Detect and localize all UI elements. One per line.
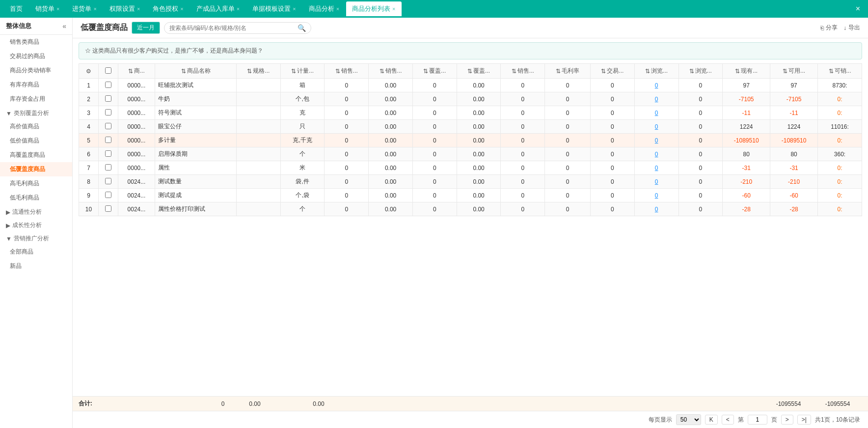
sidebar-item-high-margin[interactable]: 高毛利商品 (0, 176, 72, 191)
select-all-checkbox[interactable] (105, 67, 111, 74)
row-browse1[interactable]: 0 (634, 79, 678, 92)
sidebar-item-low-margin[interactable]: 低毛利商品 (0, 191, 72, 205)
sidebar-group-marketing[interactable]: ▼ 营销推广分析 (0, 231, 72, 245)
row-checkbox[interactable] (99, 120, 118, 134)
col-name[interactable]: ⇅商品名称 (155, 64, 237, 79)
row-select-checkbox[interactable] (105, 82, 111, 88)
row-select-checkbox[interactable] (105, 205, 111, 212)
tab-permission[interactable]: 权限设置 × (104, 1, 146, 16)
search-input[interactable] (169, 25, 296, 31)
col-saleable[interactable]: ⇅可销... (818, 64, 862, 79)
sidebar-group-category-coverage[interactable]: ▼ 类别覆盖分析 (0, 106, 72, 119)
tab-home[interactable]: 首页 (4, 1, 28, 16)
next-page-button[interactable]: > (781, 415, 793, 425)
close-all-tabs-button[interactable]: × (852, 2, 864, 15)
col-sale-qty[interactable]: ⇅销售... (325, 64, 369, 79)
col-trade[interactable]: ⇅交易... (591, 64, 635, 79)
row-browse1[interactable]: 0 (634, 106, 678, 120)
sidebar-item-all-goods[interactable]: 全部商品 (0, 245, 72, 259)
sidebar-item-sales-goods[interactable]: 销售类商品 (0, 35, 72, 49)
sidebar-item-high-value[interactable]: 高价值商品 (0, 119, 72, 134)
col-current-stock[interactable]: ⇅现有... (723, 64, 770, 79)
col-browse2[interactable]: ⇅浏览... (678, 64, 723, 79)
sidebar-item-category-turnover[interactable]: 商品分类动销率 (0, 63, 72, 78)
col-available[interactable]: ⇅可用... (770, 64, 818, 79)
tab-purchase[interactable]: 进货单 × (66, 1, 102, 16)
row-browse1[interactable]: 0 (634, 175, 678, 189)
close-icon[interactable]: × (180, 6, 183, 12)
col-cover1[interactable]: ⇅覆盖... (412, 64, 457, 79)
page-size-select[interactable]: 50 10 20 100 (676, 414, 701, 425)
row-browse1[interactable]: 0 (634, 161, 678, 175)
tab-sales[interactable]: 销货单 × (29, 1, 65, 16)
row-checkbox[interactable] (99, 175, 118, 189)
row-select-checkbox[interactable] (105, 109, 111, 115)
tab-product-in[interactable]: 产成品入库单 × (190, 1, 245, 16)
row-select-checkbox[interactable] (105, 164, 111, 171)
col-browse1[interactable]: ⇅浏览... (634, 64, 678, 79)
row-no: 5 (79, 134, 99, 147)
table-row: 2 0000... 牛奶 个,包 0 0.00 0 0.00 0 0 0 0 0… (79, 92, 862, 106)
row-browse1[interactable]: 0 (634, 202, 678, 216)
sidebar-item-traded-goods[interactable]: 交易过的商品 (0, 49, 72, 63)
sidebar-item-high-coverage[interactable]: 高覆盖度商品 (0, 148, 72, 162)
tab-role[interactable]: 角色授权 × (147, 1, 189, 16)
col-checkbox[interactable] (99, 64, 118, 79)
row-browse1[interactable]: 0 (634, 189, 678, 202)
row-browse1[interactable]: 0 (634, 147, 678, 161)
sidebar-item-low-coverage[interactable]: 低覆盖度商品 (0, 162, 72, 176)
col-sale-data[interactable]: ⇅销售... (501, 64, 545, 79)
tab-product-analysis-list[interactable]: 商品分析列表 × (346, 1, 401, 16)
row-checkbox[interactable] (99, 134, 118, 147)
close-icon[interactable]: × (56, 6, 59, 12)
first-page-button[interactable]: K (705, 415, 718, 425)
row-sale-amount: 0.00 (369, 161, 413, 175)
col-sale-amount[interactable]: ⇅销售... (369, 64, 413, 79)
col-code[interactable]: ⇅商... (118, 64, 155, 79)
row-checkbox[interactable] (99, 189, 118, 202)
prev-page-button[interactable]: < (722, 415, 734, 425)
sidebar-group-circulation[interactable]: ▶ 流通性分析 (0, 205, 72, 218)
sidebar-group-growth[interactable]: ▶ 成长性分析 (0, 218, 72, 231)
close-icon[interactable]: × (237, 6, 240, 12)
row-browse1[interactable]: 0 (634, 120, 678, 134)
col-settings[interactable]: ⚙ (79, 64, 99, 79)
row-browse1[interactable]: 0 (634, 134, 678, 147)
close-icon[interactable]: × (93, 6, 96, 12)
row-select-checkbox[interactable] (105, 150, 111, 157)
close-icon[interactable]: × (137, 6, 140, 12)
col-gross-margin[interactable]: ⇅毛利率 (545, 64, 591, 79)
col-cover2[interactable]: ⇅覆盖... (457, 64, 501, 79)
row-select-checkbox[interactable] (105, 192, 111, 198)
row-select-checkbox[interactable] (105, 178, 111, 184)
last-page-button[interactable]: >| (797, 415, 811, 425)
sidebar-item-low-value[interactable]: 低价值商品 (0, 134, 72, 148)
row-select-checkbox[interactable] (105, 123, 111, 129)
col-spec[interactable]: ⇅规格... (236, 64, 280, 79)
col-unit[interactable]: ⇅计量... (280, 64, 325, 79)
row-sale-amount: 0.00 (369, 92, 413, 106)
share-button[interactable]: ⎗ 分享 (820, 24, 838, 32)
sidebar-item-stock-capital[interactable]: 库存资金占用 (0, 92, 72, 106)
row-select-checkbox[interactable] (105, 95, 111, 102)
row-checkbox[interactable] (99, 106, 118, 120)
page-number-input[interactable] (748, 415, 767, 425)
close-icon[interactable]: × (336, 6, 339, 12)
close-icon[interactable]: × (293, 6, 296, 12)
filter-recent-month-button[interactable]: 近一月 (132, 22, 160, 34)
sidebar-item-new-goods[interactable]: 新品 (0, 259, 72, 273)
close-icon[interactable]: × (392, 6, 395, 12)
row-browse1[interactable]: 0 (634, 92, 678, 106)
sidebar-item-stock-goods[interactable]: 有库存商品 (0, 78, 72, 92)
sidebar-collapse-button[interactable]: « (62, 22, 66, 30)
tab-template[interactable]: 单据模板设置 × (246, 1, 301, 16)
row-sale-data: 0 (501, 189, 545, 202)
row-checkbox[interactable] (99, 202, 118, 216)
row-checkbox[interactable] (99, 92, 118, 106)
row-checkbox[interactable] (99, 147, 118, 161)
export-button[interactable]: ↓ 导出 (843, 24, 860, 32)
tab-product-analysis[interactable]: 商品分析 × (303, 1, 345, 16)
row-checkbox[interactable] (99, 79, 118, 92)
row-checkbox[interactable] (99, 161, 118, 175)
row-select-checkbox[interactable] (105, 137, 111, 143)
